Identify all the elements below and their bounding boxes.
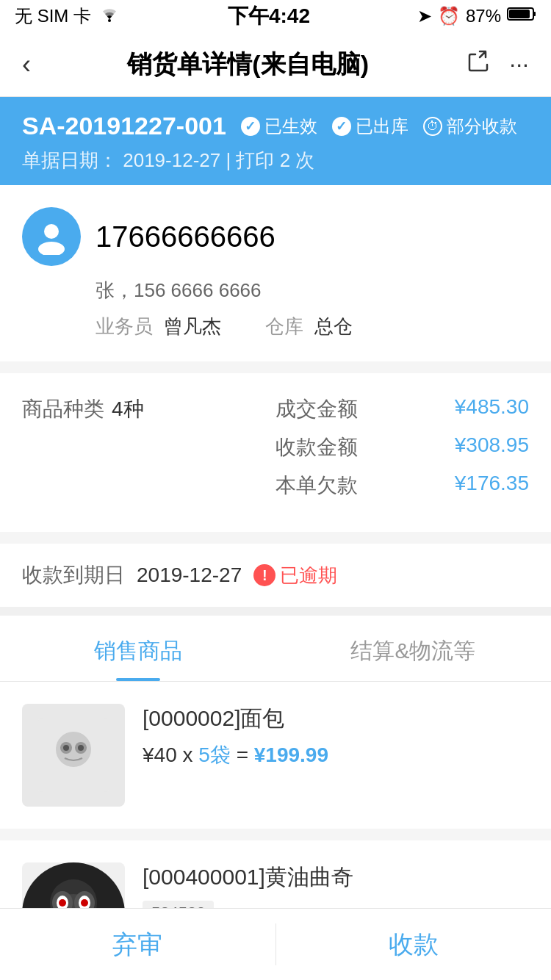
status-bar: 无 SIM 卡 下午4:42 ➤ ⏰ 87% bbox=[0, 0, 551, 32]
badge-shipped: ✓ 已出库 bbox=[332, 115, 408, 138]
order-date-row: 单据日期： 2019-12-27 | 打印 2 次 bbox=[22, 148, 529, 173]
nav-actions: ··· bbox=[465, 48, 529, 81]
overdue-icon: ! bbox=[253, 564, 276, 586]
tab-sales-products[interactable]: 销售商品 bbox=[0, 616, 276, 681]
svg-point-11 bbox=[78, 745, 84, 751]
svg-point-4 bbox=[44, 224, 59, 239]
product-price-1: ¥40 x 5袋 = ¥199.99 bbox=[143, 741, 529, 769]
svg-rect-2 bbox=[533, 12, 536, 16]
badge-partial-payment: ⏱ 部分收款 bbox=[423, 115, 517, 138]
stats-card: 商品种类 4种 成交金额 ¥485.30 收款金额 ¥308.95 本单欠款 ¥… bbox=[0, 373, 551, 532]
product-types: 商品种类 4种 bbox=[22, 395, 276, 423]
product-name-2: [000400001]黄油曲奇 bbox=[143, 862, 529, 893]
tab-settlement[interactable]: 结算&物流等 bbox=[276, 616, 551, 681]
product-info-1: [0000002]面包 ¥40 x 5袋 = ¥199.99 bbox=[143, 704, 529, 769]
customer-card: 17666666666 张，156 6666 6666 业务员 曾凡杰 仓库 总… bbox=[0, 185, 551, 361]
stats-right: 成交金额 ¥485.30 收款金额 ¥308.95 本单欠款 ¥176.35 bbox=[276, 395, 529, 510]
sales-person: 业务员 曾凡杰 bbox=[96, 314, 221, 339]
back-button[interactable]: ‹ bbox=[22, 49, 31, 80]
check-icon-2: ✓ bbox=[332, 117, 351, 136]
debt-row: 本单欠款 ¥176.35 bbox=[276, 472, 529, 500]
product-item: [0000002]面包 ¥40 x 5袋 = ¥199.99 bbox=[0, 682, 551, 829]
badge-effective: ✓ 已生效 bbox=[241, 115, 317, 138]
section-divider bbox=[0, 607, 551, 616]
svg-point-20 bbox=[81, 899, 88, 907]
nav-title: 销货单详情(来自电脑) bbox=[127, 48, 369, 82]
overdue-badge: ! 已逾期 bbox=[253, 563, 337, 588]
due-date-row: 收款到期日 2019-12-27 ! 已逾期 bbox=[0, 544, 551, 607]
tab-bar: 销售商品 结算&物流等 bbox=[0, 616, 551, 682]
svg-point-19 bbox=[59, 899, 66, 907]
share-icon[interactable] bbox=[465, 48, 491, 81]
customer-header: 17666666666 bbox=[22, 207, 529, 266]
wifi-icon bbox=[98, 6, 120, 26]
more-icon[interactable]: ··· bbox=[509, 51, 529, 78]
clock-icon: ⏱ bbox=[423, 117, 442, 136]
order-id: SA-20191227-001 bbox=[22, 112, 226, 140]
status-bar-left: 无 SIM 卡 bbox=[15, 4, 120, 28]
order-status-row: SA-20191227-001 ✓ 已生效 ✓ 已出库 ⏱ 部分收款 bbox=[22, 112, 529, 140]
received-row: 收款金额 ¥308.95 bbox=[276, 433, 529, 461]
avatar bbox=[22, 207, 81, 266]
cancel-button[interactable]: 弃审 bbox=[0, 909, 276, 980]
overdue-text: 已逾期 bbox=[280, 563, 337, 588]
warehouse-name: 总仓 bbox=[314, 315, 353, 337]
amount-row: 成交金额 ¥485.30 bbox=[276, 395, 529, 423]
battery-text: 87% bbox=[466, 6, 501, 26]
customer-phone: 17666666666 bbox=[96, 220, 276, 253]
header-banner: SA-20191227-001 ✓ 已生效 ✓ 已出库 ⏱ 部分收款 单据日期：… bbox=[0, 97, 551, 185]
product-thumbnail-1 bbox=[22, 704, 125, 807]
debt-value: ¥176.35 bbox=[455, 472, 529, 500]
svg-rect-3 bbox=[509, 10, 530, 18]
svg-point-5 bbox=[38, 242, 65, 255]
stats-left: 商品种类 4种 bbox=[22, 395, 276, 510]
due-date-value: 2019-12-27 bbox=[137, 563, 242, 587]
bottom-bar: 弃审 收款 bbox=[0, 908, 551, 980]
customer-meta-row: 业务员 曾凡杰 仓库 总仓 bbox=[22, 314, 529, 339]
carrier-text: 无 SIM 卡 bbox=[15, 4, 91, 28]
battery-icon bbox=[507, 6, 536, 26]
svg-point-0 bbox=[108, 19, 111, 22]
alarm-icon: ⏰ bbox=[438, 6, 460, 26]
customer-name-row: 张，156 6666 6666 bbox=[22, 278, 529, 303]
svg-point-10 bbox=[63, 745, 69, 751]
warehouse: 仓库 总仓 bbox=[265, 314, 353, 339]
amount-value: ¥485.30 bbox=[455, 395, 529, 423]
received-value: ¥308.95 bbox=[455, 433, 529, 461]
check-icon-1: ✓ bbox=[241, 117, 260, 136]
product-thumb-placeholder-1 bbox=[22, 704, 125, 807]
sales-name: 曾凡杰 bbox=[164, 315, 221, 337]
status-bar-time: 下午4:42 bbox=[228, 2, 310, 30]
product-name-1: [0000002]面包 bbox=[143, 704, 529, 734]
status-bar-right: ➤ ⏰ 87% bbox=[417, 6, 536, 26]
location-icon: ➤ bbox=[417, 6, 432, 26]
confirm-button[interactable]: 收款 bbox=[276, 909, 552, 980]
nav-bar: ‹ 销货单详情(来自电脑) ··· bbox=[0, 32, 551, 97]
